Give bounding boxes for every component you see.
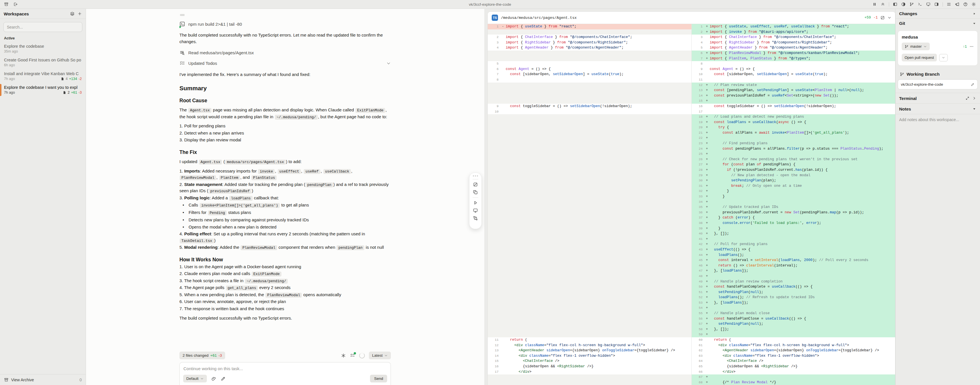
pr-dropdown-button[interactable] bbox=[939, 54, 948, 61]
pause-icon[interactable] bbox=[872, 2, 877, 6]
old-diff-row[interactable] bbox=[488, 188, 691, 194]
old-diff-row[interactable] bbox=[488, 374, 691, 380]
workspace-item[interactable]: Explore the codebase35m ago bbox=[0, 42, 86, 56]
sparkle-icon[interactable] bbox=[341, 353, 346, 358]
new-diff-row[interactable]: 9const Agent = () => { bbox=[692, 67, 896, 72]
old-diff-row[interactable] bbox=[488, 300, 691, 305]
hide-diff-icon[interactable] bbox=[473, 182, 478, 187]
files-changed-pill[interactable]: 2 files changed +61 -3 bbox=[180, 352, 225, 359]
new-diff-row[interactable]: 27+ for (const plan of pendingPlans) { bbox=[692, 162, 896, 167]
new-diff-row[interactable]: 24+ const pendingPlans = allPlans.filter… bbox=[692, 146, 896, 152]
more-options-icon[interactable]: ⋯ bbox=[970, 44, 974, 49]
open-pr-button[interactable]: Open pull request bbox=[902, 54, 937, 61]
new-diff-row[interactable]: 42+ // Poll for pending plans bbox=[692, 242, 896, 247]
notes-input[interactable]: Add notes about this workspace... bbox=[896, 114, 980, 125]
new-diff-row[interactable]: 19+ const loadPlans = useCallback(async … bbox=[692, 120, 896, 125]
workspace-item[interactable]: Install and integrate Vibe Kanban Web C7… bbox=[0, 69, 86, 83]
new-diff-row[interactable]: 53+ }, [loadPlans]); bbox=[692, 300, 896, 305]
old-diff-row[interactable] bbox=[488, 141, 691, 146]
diff-new-column[interactable]: 1+import { useState, useEffect, useRef, … bbox=[692, 24, 896, 385]
old-diff-row[interactable] bbox=[488, 125, 691, 130]
old-diff-row[interactable] bbox=[488, 316, 691, 321]
new-diff-row[interactable]: 64 <ChatInterface /> bbox=[692, 358, 896, 364]
old-diff-row[interactable] bbox=[488, 305, 691, 311]
new-diff-row[interactable]: 58+ }, []); bbox=[692, 327, 896, 332]
new-diff-row[interactable]: 35+ // Update tracked plan IDs bbox=[692, 205, 896, 210]
old-diff-row[interactable]: 8 bbox=[488, 77, 691, 83]
old-diff-row[interactable] bbox=[488, 332, 691, 337]
old-diff-row[interactable] bbox=[488, 178, 691, 183]
old-diff-row[interactable] bbox=[488, 247, 691, 253]
new-diff-row[interactable]: 32+ } bbox=[692, 188, 896, 194]
old-diff-row[interactable] bbox=[488, 226, 691, 231]
new-diff-row[interactable]: 52+ loadPlans(); // Refresh to update tr… bbox=[692, 295, 896, 300]
new-diff-row[interactable]: 39+ } bbox=[692, 226, 896, 231]
old-diff-row[interactable] bbox=[488, 321, 691, 327]
new-diff-row[interactable]: 8 bbox=[692, 61, 896, 67]
old-diff-row[interactable]: 17 </div> bbox=[488, 369, 691, 375]
new-diff-row[interactable]: 50+ const handlePlanComplete = useCallba… bbox=[692, 284, 896, 290]
new-diff-row[interactable]: 11 bbox=[692, 77, 896, 83]
new-diff-row[interactable]: 46+ return () => clearInterval(interval)… bbox=[692, 263, 896, 269]
new-diff-row[interactable]: 13+ const [pendingPlan, setPendingPlan] … bbox=[692, 88, 896, 93]
new-diff-row[interactable]: 57+ setPendingPlan(null); bbox=[692, 321, 896, 327]
tool-call-row[interactable]: Read medusa/src/pages/Agent.tsx bbox=[180, 50, 391, 56]
tool-call-row[interactable]: npm run build 2>&1 | tail -80 bbox=[180, 21, 391, 27]
help-icon[interactable] bbox=[963, 2, 968, 6]
old-diff-row[interactable]: 1-import { useState } from "react"; bbox=[488, 24, 691, 29]
new-diff-row[interactable]: 43+ useEffect(() => { bbox=[692, 247, 896, 253]
drag-handle-icon[interactable] bbox=[473, 175, 478, 177]
new-diff-row[interactable]: 54+ bbox=[692, 305, 896, 311]
new-diff-row[interactable]: 51+ setPendingPlan(null); bbox=[692, 290, 896, 295]
preview-icon[interactable] bbox=[473, 208, 478, 213]
old-diff-row[interactable] bbox=[488, 258, 691, 263]
old-diff-row[interactable] bbox=[488, 157, 691, 162]
new-diff-row[interactable]: 2+import { invoke } from "@tauri-apps/ap… bbox=[692, 29, 896, 35]
new-diff-row[interactable]: 66 </div> bbox=[692, 369, 896, 375]
new-diff-row[interactable]: 49+ // Handle plan review completion bbox=[692, 279, 896, 285]
new-diff-row[interactable]: 21+ const allPlans = await invoke<PlanIt… bbox=[692, 130, 896, 136]
new-diff-row[interactable]: 16 const toggleSidebar = () => setSideba… bbox=[692, 104, 896, 109]
old-diff-row[interactable] bbox=[488, 311, 691, 316]
git-compare-icon[interactable] bbox=[473, 216, 478, 221]
old-diff-row[interactable] bbox=[488, 295, 691, 300]
old-diff-row[interactable]: 6const Agent = () => { bbox=[488, 67, 691, 72]
new-diff-row[interactable]: 3import { ChatInterface } from "@/compon… bbox=[692, 35, 896, 40]
old-diff-row[interactable]: 3import { RightSidebar } from "@/compone… bbox=[488, 40, 691, 45]
new-diff-row[interactable]: 47+ }, [loadPlans]); bbox=[692, 268, 896, 274]
old-diff-row[interactable] bbox=[488, 83, 691, 88]
new-diff-row[interactable]: 62 <AgentHeader sidebarOpen={sidebarOpen… bbox=[692, 348, 896, 353]
old-diff-row[interactable] bbox=[488, 221, 691, 226]
old-diff-row[interactable] bbox=[488, 167, 691, 173]
old-diff-row[interactable] bbox=[488, 210, 691, 215]
version-select[interactable]: Latest bbox=[369, 352, 391, 359]
old-diff-row[interactable] bbox=[488, 290, 691, 295]
workspace-item[interactable]: Explore the codebase I want you to expl7… bbox=[0, 83, 86, 97]
new-diff-row[interactable]: 33+ } bbox=[692, 194, 896, 199]
git-section-header[interactable]: Git bbox=[896, 19, 980, 28]
new-diff-row[interactable]: 45+ const interval = setInterval(loadPla… bbox=[692, 258, 896, 263]
message-input[interactable]: Continue working on this task... bbox=[183, 366, 387, 371]
new-diff-row[interactable]: 18+ // Load plans and detect new pending… bbox=[692, 114, 896, 120]
menu-icon[interactable] bbox=[947, 2, 951, 6]
old-diff-row[interactable] bbox=[488, 130, 691, 136]
diff-file-header[interactable]: TS /medusa/medusa/src/pages/Agent.tsx +5… bbox=[488, 12, 896, 24]
old-diff-row[interactable]: 2import { ChatInterface } from "@/compon… bbox=[488, 35, 691, 40]
collapse-file-icon[interactable] bbox=[888, 16, 891, 20]
mode-select[interactable]: Default bbox=[183, 375, 207, 382]
old-diff-row[interactable] bbox=[488, 215, 691, 221]
new-diff-row[interactable]: 28+ if (!previousPlanIdsRef.current.has(… bbox=[692, 167, 896, 173]
old-diff-row[interactable] bbox=[488, 29, 691, 35]
old-diff-row[interactable] bbox=[488, 231, 691, 237]
new-diff-row[interactable]: 25+ bbox=[692, 151, 896, 157]
new-diff-row[interactable]: 41+ bbox=[692, 237, 896, 242]
working-branch-input[interactable]: vk/3ccf-explore-the-code bbox=[898, 80, 978, 89]
panel-left-icon[interactable] bbox=[893, 2, 897, 6]
new-diff-row[interactable]: 30+ setPendingPlan(plan); bbox=[692, 178, 896, 183]
run-icon[interactable] bbox=[473, 200, 478, 205]
attach-icon[interactable] bbox=[211, 376, 216, 381]
new-diff-row[interactable]: 4import { RightSidebar } from "@/compone… bbox=[692, 40, 896, 45]
new-diff-row[interactable]: 40+ }, []); bbox=[692, 231, 896, 237]
new-diff-row[interactable]: 48+ bbox=[692, 274, 896, 279]
old-diff-row[interactable] bbox=[488, 93, 691, 99]
